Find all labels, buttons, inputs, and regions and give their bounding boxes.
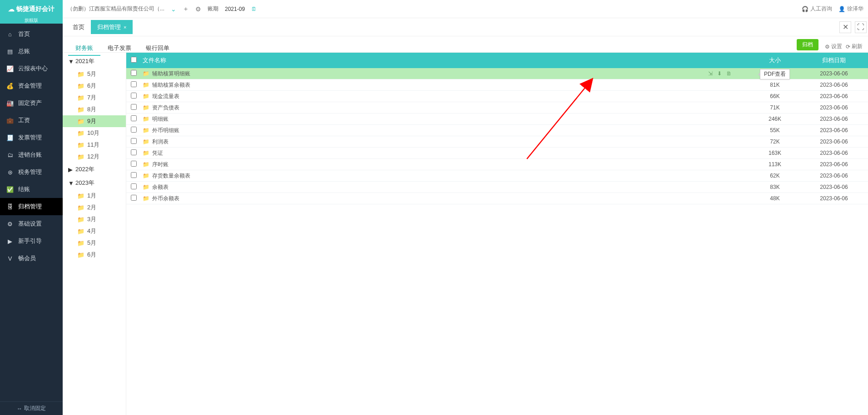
sidebar-nav: ⌂ 首页▤ 总账📈 云报表中心💰 资金管理🏭 固定资产💼 工资🧾 发票管理🗂 进…: [0, 25, 63, 401]
row-checkbox[interactable]: [131, 161, 137, 167]
chevron-down-icon[interactable]: ⌄: [171, 5, 176, 13]
sidebar-item-12[interactable]: ▶ 新手引导: [0, 232, 63, 250]
sidebar-item-8[interactable]: ⊛ 税务管理: [0, 163, 63, 181]
sidebar-item-11[interactable]: ⚙ 基础设置: [0, 215, 63, 232]
tab-0[interactable]: 首页: [66, 20, 91, 34]
row-checkbox[interactable]: [131, 172, 137, 178]
period-value[interactable]: 2021-09: [225, 6, 245, 12]
cloud-icon: ☁: [8, 5, 15, 13]
row-checkbox[interactable]: [131, 195, 137, 201]
sidebar-item-13[interactable]: V 畅会员: [0, 250, 63, 267]
folder-icon: 📁: [143, 82, 149, 88]
user-menu[interactable]: 👤 徐泽华: [838, 5, 863, 13]
refresh-link[interactable]: ⟳ 刷新: [846, 43, 863, 50]
tree-month-2-3[interactable]: 📁 4月: [63, 225, 126, 237]
table-row[interactable]: 📁 序时账 113K 2023-06-06: [126, 159, 868, 170]
table-row[interactable]: 📁 辅助核算明细账 ⇲ ⬇ 🗎 PDF查看 16K 2023-06-06: [126, 68, 868, 79]
guide-icon: ▶: [6, 237, 14, 245]
row-checkbox[interactable]: [131, 104, 137, 110]
tree-month-2-1[interactable]: 📁 2月: [63, 202, 126, 213]
add-company-button[interactable]: ＋: [183, 5, 189, 13]
tax-icon: ⊛: [6, 168, 14, 176]
table-row[interactable]: 📁 辅助核算余额表 81K 2023-06-06: [126, 79, 868, 91]
archive-date: 2023-06-06: [804, 173, 863, 179]
folder-icon: 📁: [77, 240, 84, 247]
export-icon[interactable]: ⇲: [708, 70, 713, 77]
hotline-button[interactable]: 🎧 人工咨询: [802, 5, 832, 13]
fullscreen-button[interactable]: ⛶: [855, 21, 867, 33]
tree-month-2-2[interactable]: 📁 3月: [63, 213, 126, 225]
tree-month-0-7[interactable]: 📁 12月: [63, 151, 126, 163]
table-row[interactable]: 📁 明细账 246K 2023-06-06: [126, 114, 868, 125]
sidebar-item-2[interactable]: 📈 云报表中心: [0, 60, 63, 77]
row-checkbox[interactable]: [131, 70, 137, 76]
download-icon[interactable]: ⬇: [717, 70, 722, 77]
row-checkbox[interactable]: [131, 149, 137, 155]
hotline-label: 人工咨询: [810, 5, 832, 13]
table-row[interactable]: 📁 现金流量表 66K 2023-06-06: [126, 91, 868, 102]
sidebar-item-5[interactable]: 💼 工资: [0, 112, 63, 129]
table-row[interactable]: 📁 存货数量余额表 62K 2023-06-06: [126, 170, 868, 182]
tree-month-0-2[interactable]: 📁 7月: [63, 92, 126, 104]
tree-month-2-0[interactable]: 📁 1月: [63, 190, 126, 202]
select-all-checkbox[interactable]: [131, 57, 137, 63]
sidebar-item-label: 首页: [18, 30, 30, 38]
close-all-tabs-button[interactable]: ✕: [839, 21, 851, 33]
avatar-icon: 👤: [838, 6, 845, 12]
sidebar-item-10[interactable]: 🗄 归档管理: [0, 198, 63, 215]
tree-year-1[interactable]: ▶ 2022年: [63, 163, 126, 176]
archive-date: 2023-06-06: [804, 82, 863, 88]
sidebar-item-4[interactable]: 🏭 固定资产: [0, 94, 63, 112]
tree-month-0-6[interactable]: 📁 11月: [63, 139, 126, 151]
tree-month-0-0[interactable]: 📁 5月: [63, 68, 126, 80]
tree-month-0-3[interactable]: 📁 8月: [63, 104, 126, 115]
tab-1[interactable]: 归档管理×: [91, 20, 133, 34]
table-row[interactable]: 📁 利润表 72K 2023-06-06: [126, 136, 868, 148]
company-settings-button[interactable]: ⚙: [195, 5, 201, 13]
tree-month-2-5[interactable]: 📁 6月: [63, 249, 126, 261]
archive-date: 2023-06-06: [804, 70, 863, 77]
table-row[interactable]: 📁 外币余额表 48K 2023-06-06: [126, 193, 868, 204]
tree-month-0-5[interactable]: 📁 10月: [63, 127, 126, 139]
table-row[interactable]: 📁 凭证 163K 2023-06-06: [126, 148, 868, 159]
sidebar-item-1[interactable]: ▤ 总账: [0, 43, 63, 60]
sidebar-item-7[interactable]: 🗂 进销台账: [0, 146, 63, 163]
sidebar-item-9[interactable]: ✅ 结账: [0, 181, 63, 198]
tree-year-label: 2023年: [75, 179, 94, 187]
tree-month-2-4[interactable]: 📁 5月: [63, 237, 126, 249]
row-checkbox[interactable]: [131, 115, 137, 121]
tree-month-0-4[interactable]: 📁 9月: [63, 115, 126, 127]
folder-icon: 📁: [143, 93, 149, 99]
company-selector[interactable]: （勿删）江西服宝精品有限责任公司（...: [67, 5, 164, 13]
table-row[interactable]: 📁 资产负债表 71K 2023-06-06: [126, 102, 868, 114]
file-size: 81K: [745, 82, 804, 88]
tree-month-0-1[interactable]: 📁 6月: [63, 80, 126, 92]
settings-link[interactable]: ⚙ 设置: [825, 43, 842, 50]
folder-icon: 📁: [77, 228, 84, 235]
close-icon[interactable]: ×: [124, 25, 126, 30]
row-checkbox[interactable]: [131, 127, 137, 133]
tree-month-label: 8月: [87, 105, 96, 114]
row-checkbox[interactable]: [131, 138, 137, 144]
brand-logo[interactable]: ☁ 畅捷通好会计: [0, 0, 63, 18]
table-row[interactable]: 📁 外币明细账 55K 2023-06-06: [126, 125, 868, 136]
sidebar-item-0[interactable]: ⌂ 首页: [0, 25, 63, 43]
pdf-view-icon[interactable]: 🗎: [726, 70, 732, 77]
sidebar-item-3[interactable]: 💰 资金管理: [0, 77, 63, 94]
file-name: 资产负债表: [152, 104, 179, 112]
folder-icon: 📁: [77, 142, 84, 148]
archive-button[interactable]: 归档: [797, 39, 818, 50]
tree-year-2[interactable]: ▼ 2023年: [63, 176, 126, 190]
row-checkbox[interactable]: [131, 81, 137, 87]
calendar-icon[interactable]: 🗓: [251, 6, 257, 12]
folder-icon: 📁: [77, 216, 84, 223]
sidebar-item-6[interactable]: 🧾 发票管理: [0, 129, 63, 146]
tree-year-0[interactable]: ▼ 2021年: [63, 54, 126, 68]
table-row[interactable]: 📁 余额表 83K 2023-06-06: [126, 182, 868, 193]
row-checkbox[interactable]: [131, 183, 137, 189]
unpin-button[interactable]: ↔ 取消固定: [0, 401, 63, 415]
row-checkbox[interactable]: [131, 93, 137, 99]
file-size: 62K: [745, 173, 804, 179]
home-icon: ⌂: [6, 30, 14, 38]
folder-icon: 📁: [143, 150, 149, 156]
